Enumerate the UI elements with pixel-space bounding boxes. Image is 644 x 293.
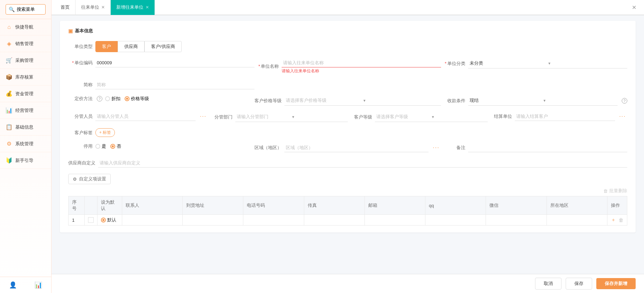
pricing-hint-icon[interactable]: ? [97,96,102,101]
sidebar-item-purchase[interactable]: 🛒 采购管理 [0,52,51,69]
tab-partners[interactable]: 往来单位 ✕ [76,0,111,15]
tab-partners-close[interactable]: ✕ [101,5,105,10]
region-input[interactable] [284,143,429,152]
manager-more-btn[interactable]: ··· [198,113,208,120]
tab-home[interactable]: 首页 [55,0,76,15]
sidebar-user-btn[interactable]: 👤 [0,277,26,293]
sidebar-search-area[interactable]: 🔍 搜索菜单 [0,0,51,19]
department-group: 分管部门 请输入分管部门 ▼ [208,112,348,122]
supplier-custom-input[interactable] [98,158,627,168]
customer-level-placeholder: 请选择客户等级 [376,114,431,120]
disabled-yes-radio[interactable]: 是 [95,143,106,149]
add-row-button[interactable]: ＋ [611,217,616,223]
sidebar-item-sales[interactable]: ◈ 销售管理 [0,35,51,52]
sidebar-item-quick-nav[interactable]: ⌂ 快捷导航 [0,19,51,35]
unit-code-input[interactable] [95,58,254,67]
cell-phone[interactable] [243,215,304,226]
disabled-no-radio[interactable]: 否 [110,143,121,149]
row-actions: ＋ 🗑 [611,217,623,223]
tab-new-partner[interactable]: 新增往来单位 ✕ [111,0,155,15]
manager-input[interactable] [95,112,196,121]
settlement-unit-label: 结算单位 [488,113,512,120]
payment-terms-label: 收款条件 [441,98,465,104]
email-input[interactable] [368,218,422,223]
form-row-tag: 客户标签 + 标签 [68,128,627,137]
table-body: 1 默认 [69,215,627,226]
form-row-supplier-custom: 供应商自定义 [68,158,627,168]
wechat-input[interactable] [489,218,543,223]
sidebar-item-inventory[interactable]: 📦 库存核算 [0,69,51,86]
area-input[interactable] [550,218,604,223]
customer-level-select[interactable]: 请选择客户等级 ▼ [375,112,488,122]
cell-area[interactable] [547,215,607,226]
custom-settings-button[interactable]: ⚙ 自定义项设置 [68,174,111,184]
sidebar-item-basic-info[interactable]: 📋 基础信息 [0,119,51,136]
unit-category-select[interactable]: 未分类 ▼ [468,58,627,68]
guide-icon: 🔰 [6,157,13,164]
remarks-input[interactable] [468,143,627,152]
pricing-discount-radio[interactable]: 折扣 [105,96,120,102]
cell-contact[interactable] [122,215,182,226]
add-tag-button[interactable]: + 标签 [95,128,115,137]
form-row-1: 单位编码 单位名称 请输入往来单位名称 单位分类 未分类 ▼ [68,58,627,74]
sidebar-item-system[interactable]: ⚙ 系统管理 [0,136,51,152]
save-button[interactable]: 保存 [566,278,592,290]
cell-address[interactable] [183,215,243,226]
qq-input[interactable] [429,218,482,223]
unit-name-error: 请输入往来单位名称 [282,68,441,74]
col-contact: 联系人 [122,196,182,215]
address-input[interactable] [186,218,239,223]
no-label: 否 [117,143,121,149]
default-radio-item[interactable]: 默认 [101,217,118,223]
sidebar-item-label: 基础信息 [15,124,33,130]
batch-delete-area: 🗑 批量删除 [68,188,627,194]
home-icon: ⌂ [6,24,13,30]
payment-terms-select[interactable]: 现结 ▼ [468,96,618,106]
chevron-down-icon2: ▼ [363,99,440,103]
unit-type-supplier[interactable]: 供应商 [118,41,144,52]
region-more-btn[interactable]: ··· [431,145,441,151]
settlement-more-btn[interactable]: ··· [618,113,627,120]
section-title-text: 基本信息 [75,28,93,34]
col-wechat: 微信 [486,196,547,215]
payment-hint-icon[interactable]: ? [622,98,627,104]
contact-input[interactable] [126,218,179,223]
customer-price-level-select[interactable]: 请选择客户价格等级 ▼ [284,96,441,106]
tab-new-partner-close[interactable]: ✕ [146,5,149,10]
unit-type-customer[interactable]: 客户 [95,41,118,52]
pricing-level-radio[interactable]: 价格等级 [125,96,149,102]
settlement-unit-input[interactable] [515,112,615,121]
unit-type-both[interactable]: 客户/供应商 [144,41,182,52]
search-menu-button[interactable]: 🔍 搜索菜单 [6,4,46,15]
fax-input[interactable] [308,218,361,223]
cancel-button[interactable]: 取消 [535,278,561,290]
save-and-new-button[interactable]: 保存并新增 [596,278,636,289]
tab-new-partner-label: 新增往来单位 [116,4,143,10]
sidebar-stats-btn[interactable]: 📊 [26,277,52,293]
global-close-button[interactable]: ✕ [629,4,639,11]
cell-checkbox[interactable] [84,215,97,226]
cell-fax[interactable] [304,215,364,226]
col-phone: 电话号码 [243,196,304,215]
table-header-row: 序号 设为默认 联系人 到货地址 电话号码 传真 邮箱 qq 微信 所在地区 操… [69,196,627,215]
search-menu-label: 搜索菜单 [17,6,35,13]
cell-email[interactable] [364,215,425,226]
phone-input[interactable] [247,218,300,223]
short-name-input[interactable] [95,80,254,89]
sidebar-item-operations[interactable]: 📊 经营管理 [0,102,51,119]
unit-name-input[interactable] [282,58,441,67]
customer-price-level-label: 客户价格等级 [254,98,282,104]
chevron-down-icon3: ▼ [543,99,616,103]
cell-qq[interactable] [425,215,486,226]
cell-wechat[interactable] [486,215,547,226]
customer-tag-label: 客户标签 [68,130,93,136]
sidebar-item-guide[interactable]: 🔰 新手引导 [0,152,51,169]
sidebar-item-finance[interactable]: 💰 资金管理 [0,86,51,102]
delete-icon: 🗑 [603,188,608,194]
row-checkbox[interactable] [88,217,94,223]
table-section: ⚙ 自定义项设置 🗑 批量删除 序号 设为默认 联系人 到货地址 [68,174,627,226]
delete-row-button[interactable]: 🗑 [619,217,623,223]
customer-tag-group: 客户标签 + 标签 [68,128,627,137]
department-select[interactable]: 请输入分管部门 ▼ [235,112,348,122]
tab-partners-label: 往来单位 [81,4,99,10]
